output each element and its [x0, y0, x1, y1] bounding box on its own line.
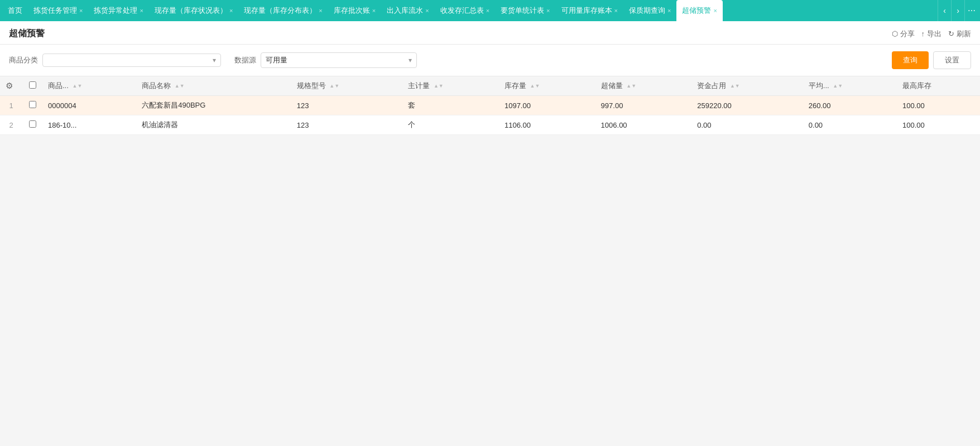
sort-icon-unit: ▲▼ [434, 84, 444, 89]
datasource-label: 数据源 [234, 55, 256, 65]
col-max-stock[interactable]: 最高库存 [897, 76, 980, 96]
row-checkbox-cell [22, 96, 42, 115]
nav-close-batch[interactable]: × [372, 7, 376, 14]
page-title: 超储预警 [9, 28, 45, 40]
nav-item-quality[interactable]: 保质期查询 × [623, 0, 676, 21]
nav-close-stock-dist[interactable]: × [319, 7, 322, 14]
table-container: ⚙ 商品... ▲▼ 商品名称 ▲▼ 规格型号 ▲▼ 主计 [0, 76, 980, 135]
data-table: ⚙ 商品... ▲▼ 商品名称 ▲▼ 规格型号 ▲▼ 主计 [0, 76, 980, 135]
datasource-value: 可用量 [266, 55, 287, 65]
row-product-name: 机油滤清器 [136, 115, 291, 135]
col-settings: ⚙ [0, 76, 22, 96]
nav-close-overstock[interactable]: × [713, 7, 717, 14]
nav-close-available[interactable]: × [614, 7, 618, 14]
nav-item-task[interactable]: 拣货任务管理 × [28, 0, 88, 21]
sort-icon-product-name: ▲▼ [175, 84, 185, 89]
table-row: 2 186-10... 机油滤清器 123 个 1106.00 1006.00 … [0, 115, 980, 135]
col-unit[interactable]: 主计量 ▲▼ [402, 76, 499, 96]
category-select[interactable]: ▾ [42, 54, 221, 67]
refresh-icon: ↻ [948, 30, 954, 38]
sort-icon-stock: ▲▼ [530, 84, 540, 89]
row-index: 2 [0, 115, 22, 135]
settings-button[interactable]: 设置 [933, 51, 971, 69]
col-product-code[interactable]: 商品... ▲▼ [42, 76, 136, 96]
export-icon: ↑ [921, 30, 925, 38]
row-stock: 1106.00 [499, 115, 595, 135]
row-unit: 个 [402, 115, 499, 135]
row-unit: 套 [402, 96, 499, 115]
row-checkbox[interactable] [29, 101, 36, 108]
col-over-stock[interactable]: 超储量 ▲▼ [595, 76, 692, 96]
nav-close-inout[interactable]: × [425, 7, 429, 14]
category-select-arrow: ▾ [213, 56, 216, 64]
row-avg: 260.00 [803, 96, 897, 115]
nav-item-summary[interactable]: 收发存汇总表 × [435, 0, 495, 21]
page-header: 超储预警 ⬡ 分享 ↑ 导出 ↻ 刷新 [0, 21, 980, 45]
col-product-name[interactable]: 商品名称 ▲▼ [136, 76, 291, 96]
nav-item-order-stat[interactable]: 要货单统计表 × [495, 0, 555, 21]
category-label: 商品分类 [9, 55, 38, 65]
top-nav: 首页 拣货任务管理 × 拣货异常处理 × 现存量（库存状况表） × 现存量（库存… [0, 0, 980, 21]
row-spec: 123 [291, 96, 403, 115]
row-capital: 0.00 [691, 115, 803, 135]
category-filter: 商品分类 ▾ [9, 54, 221, 67]
nav-arrows: ‹ › ⋯ [938, 0, 978, 21]
row-avg: 0.00 [803, 115, 897, 135]
nav-item-stock-status[interactable]: 现存量（库存状况表） × [149, 0, 238, 21]
filter-actions: 查询 设置 [892, 51, 971, 69]
datasource-select[interactable]: 可用量 ▾ [261, 52, 417, 68]
col-capital[interactable]: 资金占用 ▲▼ [691, 76, 803, 96]
sort-icon-spec: ▲▼ [329, 84, 339, 89]
table-header-row: ⚙ 商品... ▲▼ 商品名称 ▲▼ 规格型号 ▲▼ 主计 [0, 76, 980, 96]
sort-icon-product-code: ▲▼ [72, 84, 82, 89]
nav-close-stock-status[interactable]: × [229, 7, 233, 14]
sort-icon-avg: ▲▼ [833, 84, 843, 89]
row-over-stock: 997.00 [595, 96, 692, 115]
share-icon: ⬡ [892, 30, 898, 38]
sort-icon-capital: ▲▼ [730, 84, 740, 89]
row-product-code: 186-10... [42, 115, 136, 135]
row-product-code: 0000004 [42, 96, 136, 115]
row-checkbox[interactable] [29, 120, 36, 128]
row-spec: 123 [291, 115, 403, 135]
table-row: 1 0000004 六配套新昌490BPG 123 套 1097.00 997.… [0, 96, 980, 115]
nav-more-arrow[interactable]: ⋯ [964, 0, 978, 21]
header-actions: ⬡ 分享 ↑ 导出 ↻ 刷新 [892, 29, 972, 39]
filter-area: 商品分类 ▾ 数据源 可用量 ▾ 查询 设置 [0, 45, 980, 76]
col-spec[interactable]: 规格型号 ▲▼ [291, 76, 403, 96]
row-product-name: 六配套新昌490BPG [136, 96, 291, 115]
nav-item-stock-dist[interactable]: 现存量（库存分布表） × [238, 0, 328, 21]
nav-close-exception[interactable]: × [140, 7, 143, 14]
refresh-button[interactable]: ↻ 刷新 [948, 29, 971, 39]
sort-icon-over-stock: ▲▼ [626, 84, 636, 89]
export-button[interactable]: ↑ 导出 [921, 29, 942, 39]
nav-item-batch[interactable]: 库存批次账 × [328, 0, 381, 21]
nav-next-arrow[interactable]: › [951, 0, 964, 21]
row-capital: 259220.00 [691, 96, 803, 115]
nav-item-overstock[interactable]: 超储预警 × [676, 0, 722, 21]
row-max-stock: 100.00 [897, 115, 980, 135]
col-checkbox [22, 76, 42, 96]
col-stock[interactable]: 库存量 ▲▼ [499, 76, 595, 96]
nav-item-exception[interactable]: 拣货异常处理 × [88, 0, 148, 21]
nav-close-task[interactable]: × [79, 7, 83, 14]
row-stock: 1097.00 [499, 96, 595, 115]
row-index: 1 [0, 96, 22, 115]
row-checkbox-cell [22, 115, 42, 135]
select-all-checkbox[interactable] [29, 81, 36, 89]
nav-close-order-stat[interactable]: × [546, 7, 550, 14]
datasource-filter: 数据源 可用量 ▾ [234, 52, 417, 68]
nav-close-summary[interactable]: × [486, 7, 489, 14]
nav-prev-arrow[interactable]: ‹ [938, 0, 951, 21]
nav-item-inout[interactable]: 出入库流水 × [381, 0, 434, 21]
gear-icon[interactable]: ⚙ [6, 81, 13, 90]
row-over-stock: 1006.00 [595, 115, 692, 135]
row-max-stock: 100.00 [897, 96, 980, 115]
datasource-select-arrow: ▾ [409, 56, 412, 64]
share-button[interactable]: ⬡ 分享 [892, 29, 915, 39]
nav-close-quality[interactable]: × [667, 7, 671, 14]
nav-item-home[interactable]: 首页 [2, 0, 28, 21]
query-button[interactable]: 查询 [892, 51, 929, 69]
col-avg[interactable]: 平均... ▲▼ [803, 76, 897, 96]
nav-item-available[interactable]: 可用量库存账本 × [556, 0, 623, 21]
